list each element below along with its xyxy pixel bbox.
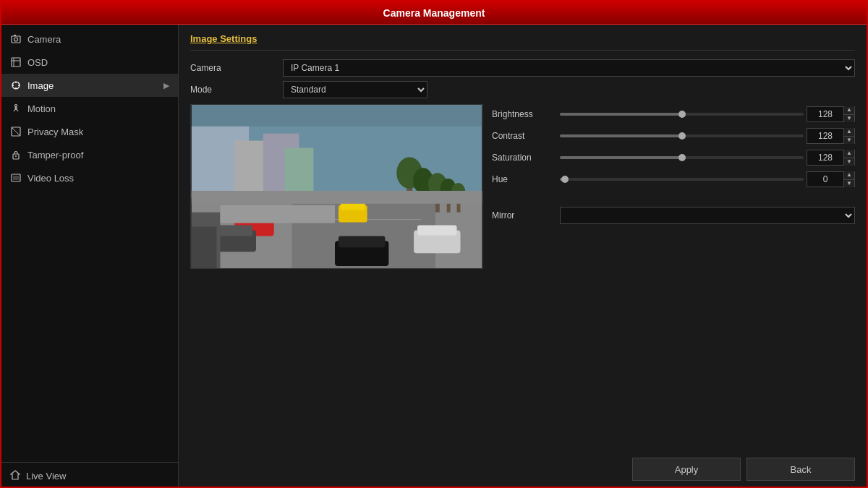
saturation-up-button[interactable]: ▲ — [844, 150, 854, 158]
sidebar-camera-label: Camera — [27, 34, 61, 45]
page-title: Image Settings — [190, 33, 855, 51]
camera-select[interactable]: IP Camera 1 — [283, 59, 855, 77]
contrast-label: Contrast — [492, 131, 557, 141]
sidebar-item-privacy-mask[interactable]: Privacy Mask — [1, 120, 178, 143]
bottom-bar: Apply Back — [190, 449, 855, 488]
hue-row: Hue ▲ ▼ — [492, 169, 855, 189]
contrast-track[interactable] — [560, 134, 804, 137]
contrast-input[interactable] — [807, 129, 843, 143]
contrast-down-button[interactable]: ▼ — [844, 137, 854, 145]
hue-input[interactable] — [807, 172, 843, 187]
sidebar-item-motion[interactable]: Motion — [1, 97, 178, 120]
osd-icon — [10, 56, 22, 68]
brightness-value-box: ▲ ▼ — [807, 106, 855, 122]
sidebar-motion-label: Motion — [27, 103, 56, 114]
sidebar: Camera OSD Ima — [1, 25, 179, 488]
sidebar-item-image[interactable]: Image ▶ — [1, 74, 178, 97]
hue-thumb[interactable] — [561, 176, 569, 183]
sidebar-image-label: Image — [27, 80, 54, 91]
saturation-down-button[interactable]: ▼ — [844, 158, 854, 166]
svg-rect-3 — [12, 58, 20, 67]
brightness-down-button[interactable]: ▼ — [844, 115, 854, 123]
video-loss-icon — [10, 172, 22, 184]
apply-button[interactable]: Apply — [632, 458, 741, 481]
mirror-row: Mirror Horizontal Vertical Both — [492, 205, 855, 226]
brightness-row: Brightness ▲ ▼ — [492, 104, 855, 124]
svg-rect-58 — [192, 105, 482, 127]
sidebar-item-tamper-proof[interactable]: Tamper-proof — [1, 143, 178, 166]
svg-line-17 — [12, 127, 20, 136]
sidebar-item-camera[interactable]: Camera — [1, 27, 178, 51]
hue-value-box: ▲ ▼ — [807, 171, 855, 187]
saturation-slider-container — [560, 150, 804, 165]
svg-point-1 — [14, 38, 18, 41]
svg-rect-27 — [285, 147, 314, 197]
svg-rect-47 — [216, 226, 252, 236]
contrast-slider-container — [560, 129, 804, 143]
svg-rect-56 — [220, 205, 335, 223]
privacy-mask-icon — [10, 126, 22, 137]
brightness-fill — [560, 113, 682, 116]
hue-down-button[interactable]: ▼ — [844, 180, 854, 188]
svg-point-19 — [15, 155, 17, 157]
brightness-label: Brightness — [492, 109, 557, 119]
sidebar-item-osd[interactable]: OSD — [1, 51, 178, 74]
camera-preview — [190, 104, 483, 269]
saturation-thumb[interactable] — [678, 154, 686, 161]
controls-panel: Brightness ▲ ▼ — [492, 104, 855, 269]
chevron-right-icon: ▶ — [163, 81, 169, 90]
camera-icon — [10, 33, 22, 45]
camera-row: Camera IP Camera 1 — [190, 59, 855, 77]
brightness-slider-container — [560, 107, 804, 121]
mode-label: Mode — [190, 85, 277, 95]
hue-up-button[interactable]: ▲ — [844, 171, 854, 180]
svg-rect-55 — [192, 227, 217, 268]
brightness-thumb[interactable] — [678, 111, 686, 118]
sidebar-privacy-mask-label: Privacy Mask — [27, 127, 83, 137]
contrast-up-button[interactable]: ▲ — [844, 128, 854, 137]
title-text: Camera Management — [383, 7, 485, 19]
brightness-track[interactable] — [560, 113, 804, 116]
motion-icon — [10, 103, 22, 114]
svg-rect-51 — [339, 236, 385, 247]
sidebar-item-video-loss[interactable]: Video Loss — [1, 166, 178, 189]
sidebar-tamper-proof-label: Tamper-proof — [27, 150, 83, 160]
hue-label: Hue — [492, 174, 557, 184]
saturation-track[interactable] — [560, 156, 804, 159]
image-controls-area: Brightness ▲ ▼ — [190, 104, 855, 269]
tamper-proof-icon — [10, 149, 22, 160]
camera-label: Camera — [190, 63, 277, 73]
contrast-row: Contrast ▲ ▼ — [492, 126, 855, 146]
image-icon — [10, 80, 22, 91]
mirror-select[interactable]: Horizontal Vertical Both — [560, 207, 855, 224]
hue-track[interactable] — [560, 178, 804, 181]
saturation-label: Saturation — [492, 153, 557, 163]
hue-spinner: ▲ ▼ — [843, 171, 854, 187]
saturation-input[interactable] — [807, 150, 843, 165]
svg-rect-49 — [417, 226, 457, 236]
brightness-up-button[interactable]: ▲ — [844, 106, 854, 115]
hue-slider-container — [560, 172, 804, 187]
brightness-input[interactable] — [807, 107, 843, 121]
saturation-value-box: ▲ ▼ — [807, 150, 855, 166]
svg-rect-0 — [12, 36, 20, 43]
live-view-label: Live View — [26, 471, 66, 481]
saturation-spinner: ▲ ▼ — [843, 150, 854, 166]
main-layout: Camera OSD Ima — [1, 25, 867, 488]
contrast-fill — [560, 134, 682, 137]
saturation-fill — [560, 156, 682, 159]
sidebar-video-loss-label: Video Loss — [27, 173, 74, 184]
svg-point-11 — [15, 105, 17, 107]
live-view-icon — [10, 470, 20, 482]
live-view-button[interactable]: Live View — [1, 462, 178, 488]
contrast-spinner: ▲ ▼ — [843, 128, 854, 144]
contrast-value-box: ▲ ▼ — [807, 128, 855, 144]
mode-row: Mode Standard Indoor Outdoor — [190, 81, 855, 98]
back-button[interactable]: Back — [746, 458, 855, 481]
contrast-thumb[interactable] — [678, 132, 686, 140]
svg-rect-21 — [13, 176, 19, 180]
mode-select[interactable]: Standard Indoor Outdoor — [283, 81, 427, 98]
mirror-label: Mirror — [492, 210, 557, 221]
settings-form: Camera IP Camera 1 Mode Standard Indoor … — [190, 59, 855, 98]
svg-rect-57 — [192, 191, 482, 204]
